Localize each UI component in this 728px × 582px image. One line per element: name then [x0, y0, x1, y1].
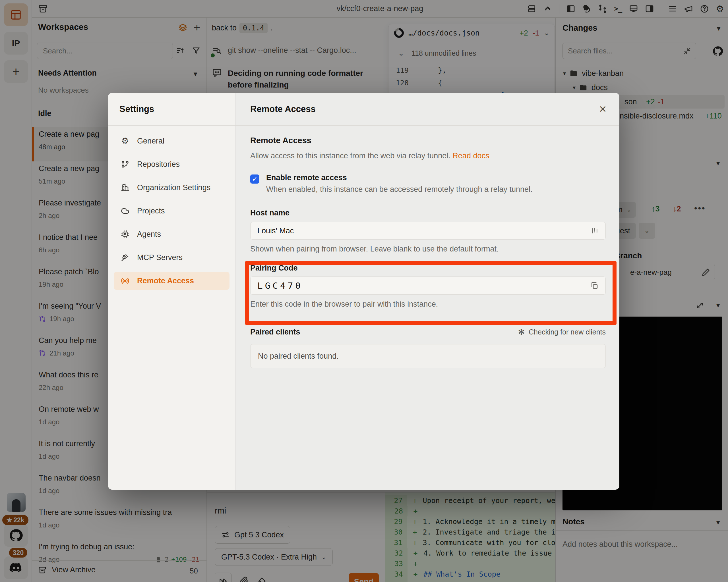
settings-modal: Settings ⚙ General Repositories Organiza…: [108, 93, 619, 490]
format-bars-icon[interactable]: [591, 227, 599, 235]
host-name-field[interactable]: Louis' Mac: [250, 222, 606, 240]
nav-item-projects[interactable]: Projects: [114, 202, 230, 220]
paired-clients-label: Paired clients: [250, 328, 300, 336]
copy-icon[interactable]: [590, 281, 599, 290]
nav-item-organization-settings[interactable]: Organization Settings: [114, 178, 230, 197]
pairing-code-value: LGC470: [257, 280, 303, 291]
nav-item-mcp-servers[interactable]: MCP Servers: [114, 248, 230, 267]
section-title: Remote Access: [250, 136, 606, 145]
panel-title: Remote Access: [250, 104, 316, 114]
check-icon: ✓: [252, 175, 257, 183]
gear-icon: ⚙: [121, 137, 130, 145]
read-docs-link[interactable]: Read docs: [452, 151, 489, 160]
nav-item-agents[interactable]: Agents: [114, 225, 230, 243]
divider: [250, 385, 606, 385]
host-name-help: Shown when pairing from browser. Leave b…: [250, 245, 606, 253]
pairing-code-field[interactable]: LGC470: [250, 277, 606, 295]
nav-item-general[interactable]: ⚙ General: [114, 132, 230, 150]
app-window: IP + ★22k 320 vk/ccf0-create-a-new-pag: [0, 0, 728, 582]
pairing-code-label: Pairing Code: [250, 264, 606, 273]
building-icon: [121, 183, 130, 192]
spinner-icon: ✻: [518, 327, 525, 337]
enable-remote-access-checkbox[interactable]: ✓: [250, 174, 259, 184]
radio-waves-icon: [121, 277, 130, 285]
settings-nav: Settings ⚙ General Repositories Organiza…: [108, 93, 235, 490]
cpu-icon: [121, 230, 130, 239]
section-description: Allow access to this instance from the w…: [250, 151, 606, 160]
enable-label: Enable remote access: [266, 173, 532, 182]
settings-title: Settings: [120, 104, 154, 114]
paired-clients-status: ✻ Checking for new clients: [518, 327, 606, 337]
cloud-icon: [121, 206, 130, 215]
nav-item-remote-access[interactable]: Remote Access: [114, 272, 230, 290]
nav-item-repositories[interactable]: Repositories: [114, 155, 230, 173]
paired-clients-empty: No paired clients found.: [250, 344, 606, 368]
plug-icon: [121, 253, 130, 262]
close-icon[interactable]: ✕: [599, 104, 607, 114]
enable-description: When enabled, this instance can be acces…: [266, 185, 532, 194]
host-name-label: Host name: [250, 209, 606, 217]
git-branch-icon: [121, 160, 130, 168]
settings-content: Remote Access ✕ Remote Access Allow acce…: [235, 93, 619, 490]
pairing-code-help: Enter this code in the browser to pair w…: [250, 300, 606, 309]
